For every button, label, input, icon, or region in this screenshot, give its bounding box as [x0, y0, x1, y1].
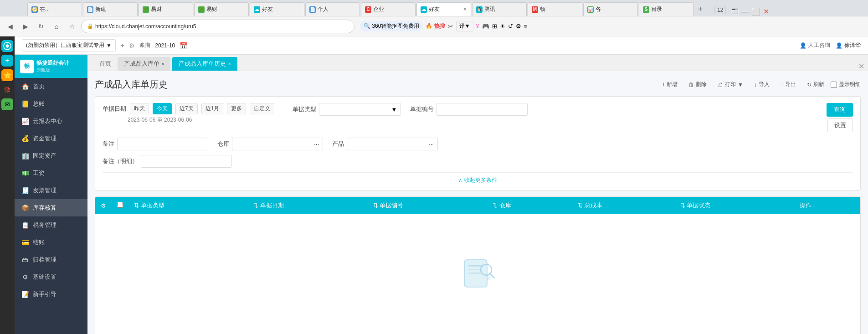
close-all-tabs[interactable]: ✕: [858, 62, 864, 71]
print-button[interactable]: 🖨 打印 ▼: [713, 78, 748, 91]
close-window-icon[interactable]: ✕: [763, 7, 769, 16]
user-info[interactable]: 👤 徐泽华: [836, 41, 861, 49]
home-button[interactable]: ⌂: [50, 20, 63, 33]
tab-5[interactable]: ☁ 好友: [250, 2, 304, 16]
company-selector[interactable]: (勿删勿禁用）江西服宝测试专用 ▼: [22, 39, 116, 51]
brightness-btn[interactable]: ☀: [500, 23, 505, 30]
tab-10[interactable]: M 畅: [528, 2, 582, 16]
tab-1[interactable]: 🧭 在...: [27, 2, 82, 16]
th-type[interactable]: ⇅ 单据类型: [128, 197, 248, 214]
restore-icon[interactable]: 🗔: [731, 8, 739, 16]
settings-icon-btn[interactable]: ⚙: [129, 42, 135, 49]
sidebar-item-general[interactable]: 📒 总账: [15, 95, 87, 113]
date-custom[interactable]: 自定义: [250, 103, 274, 114]
game-btn[interactable]: 🎮: [482, 23, 489, 30]
select-all-checkbox[interactable]: [117, 202, 123, 208]
tab-11[interactable]: 📊 各: [583, 2, 638, 16]
sidebar-item-fixed[interactable]: 🏢 固定资产: [15, 147, 87, 164]
type-select[interactable]: ▼: [319, 103, 401, 116]
translate-btn[interactable]: 译▼: [456, 21, 473, 31]
new-tab-button[interactable]: +: [693, 2, 707, 16]
app-icon-plus[interactable]: +: [1, 55, 13, 67]
consulting-btn[interactable]: 👤 人工咨询: [800, 41, 830, 49]
import-button[interactable]: ↓ 导入: [750, 78, 774, 91]
tab-8-close[interactable]: ✕: [463, 6, 467, 12]
maximize-icon[interactable]: ⬜: [751, 7, 760, 16]
display-col-checkbox[interactable]: [831, 82, 837, 88]
scissor-icon[interactable]: ✂: [448, 23, 453, 30]
th-status[interactable]: ⇅ 单据状态: [675, 197, 794, 214]
delete-button[interactable]: 🗑 删除: [684, 78, 711, 91]
tab-11-label: 各: [596, 5, 601, 13]
sidebar-item-checkout[interactable]: 💳 结账: [15, 234, 87, 251]
sidebar-item-basic[interactable]: ⚙ 基础设置: [15, 268, 87, 286]
url-bar[interactable]: 🔒 https://cloud.chanjet.com/accounting/u…: [81, 20, 354, 33]
th-warehouse[interactable]: ⇅ 仓库: [487, 197, 572, 214]
app-icon-weibo[interactable]: 微: [1, 84, 13, 96]
display-col-toggle[interactable]: 显示明细: [831, 81, 861, 88]
reload-button[interactable]: ↻: [35, 20, 47, 33]
sidebar-item-tax[interactable]: 📋 税务管理: [15, 216, 87, 234]
tab-8[interactable]: ☁ 好友 ✕: [416, 2, 471, 16]
tab-4[interactable]: 🌿 易财: [194, 2, 249, 16]
breadcrumb-home[interactable]: 首页: [93, 57, 118, 71]
tab-9[interactable]: 🐧 腾讯: [472, 2, 527, 16]
app-icon-star[interactable]: ⭐: [1, 69, 13, 81]
date-1month[interactable]: 近1月: [201, 103, 224, 114]
export-button[interactable]: ↑ 导出: [776, 78, 801, 91]
yuan-btn[interactable]: ¥: [476, 23, 479, 30]
breadcrumb-tab-list[interactable]: 产成品入库单 ×: [118, 57, 170, 71]
sidebar-item-invoice[interactable]: 🧾 发票管理: [15, 182, 87, 199]
breadcrumb-tab-history-close[interactable]: ×: [228, 61, 231, 67]
date-more[interactable]: 更多: [227, 103, 246, 114]
bookmark-button[interactable]: ☆: [66, 20, 78, 33]
sidebar-item-newbill[interactable]: 📝 新手引导: [15, 286, 87, 303]
back-button[interactable]: ◀: [4, 20, 16, 33]
period-value[interactable]: 2021-10: [155, 42, 175, 49]
settings-browser-btn[interactable]: ⚙: [516, 23, 521, 30]
sidebar-item-report[interactable]: 📈 云报表中心: [15, 113, 87, 130]
tab-3[interactable]: 🌿 易财: [139, 2, 193, 16]
360-search[interactable]: 🔍 360智能抠图免费用: [360, 21, 423, 31]
remark-input[interactable]: [117, 138, 208, 150]
sidebar-item-home[interactable]: 🏠 首页: [15, 78, 87, 95]
tab-12[interactable]: S 目录: [639, 2, 693, 16]
refresh-button[interactable]: ↻ 刷新: [802, 78, 829, 91]
tab-7[interactable]: C 企业: [361, 2, 416, 16]
th-checkbox[interactable]: [112, 197, 128, 214]
tab-2[interactable]: 📄 新建: [83, 2, 138, 16]
th-cost[interactable]: ⇅ 总成本: [572, 197, 675, 214]
sidebar-item-salary[interactable]: 💵 工资: [15, 164, 87, 182]
warehouse-select[interactable]: ···: [232, 138, 323, 150]
hot-search[interactable]: 🔥 热搜: [426, 22, 445, 30]
product-select[interactable]: ···: [347, 138, 438, 150]
more-btn[interactable]: ≡: [524, 23, 528, 30]
filter-settings-button[interactable]: 设置: [827, 118, 853, 132]
refresh-btn[interactable]: ↺: [508, 23, 513, 30]
add-button[interactable]: + 新增: [657, 78, 682, 91]
tab-6[interactable]: 📄 个人: [305, 2, 360, 16]
sidebar-item-archive[interactable]: 🗃 归档管理: [15, 251, 87, 268]
forward-button[interactable]: ▶: [19, 20, 32, 33]
tab-count-btn[interactable]: 12: [711, 4, 729, 16]
calendar-icon[interactable]: 📅: [180, 42, 187, 49]
th-number[interactable]: ⇅ 单据编号: [368, 197, 487, 214]
app-icon-mail[interactable]: ✉: [1, 98, 13, 110]
number-input[interactable]: [437, 103, 528, 116]
date-today[interactable]: 今天: [153, 103, 172, 114]
query-button[interactable]: 查询: [827, 103, 853, 117]
app-icon-chanjet[interactable]: [1, 40, 13, 52]
th-settings[interactable]: ⚙: [95, 197, 112, 214]
date-yesterday[interactable]: 昨天: [130, 103, 149, 114]
sidebar-item-inventory[interactable]: 📦 库存核算: [15, 199, 87, 216]
th-date[interactable]: ⇅ 单据日期: [248, 197, 367, 214]
collapse-button[interactable]: ∧ 收起更多条件: [458, 176, 497, 184]
breadcrumb-tab-list-close[interactable]: ×: [161, 61, 164, 67]
grid-btn[interactable]: ⊞: [492, 23, 497, 30]
date-7days[interactable]: 近7天: [175, 103, 198, 114]
minimize-icon[interactable]: —: [741, 8, 749, 16]
breadcrumb-tab-history[interactable]: 产成品入库单历史 ×: [172, 57, 237, 71]
detail-remark-input[interactable]: [141, 155, 232, 168]
add-company-button[interactable]: +: [120, 41, 124, 50]
sidebar-item-fund[interactable]: 💰 资金管理: [15, 130, 87, 147]
